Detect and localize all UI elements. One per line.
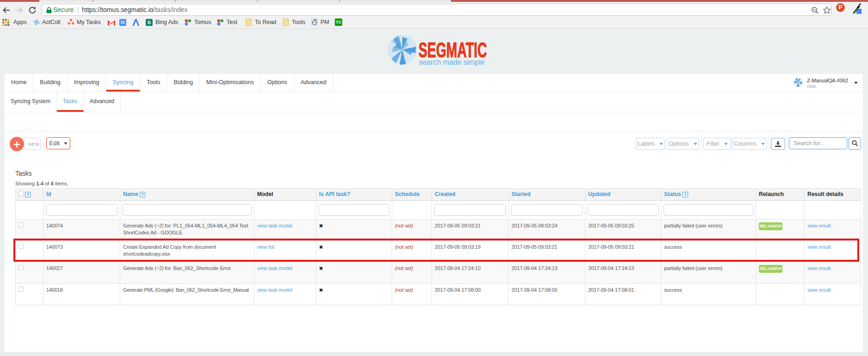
svg-text:search made simple: search made simple <box>419 59 485 66</box>
svg-text:SEGMATIC: SEGMATIC <box>419 41 487 60</box>
